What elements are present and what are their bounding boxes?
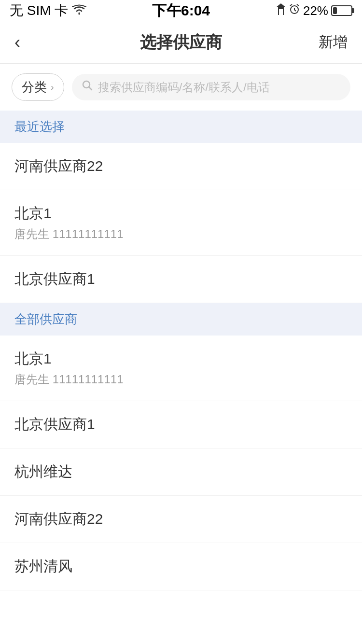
back-button[interactable]: ‹ <box>14 32 43 53</box>
list-item[interactable]: 北京供应商1 <box>0 401 362 448</box>
list-item[interactable]: 河南供应商22 <box>0 496 362 543</box>
all-section-label: 全部供应商 <box>14 312 77 326</box>
status-left: 无 SIM 卡 <box>10 1 86 20</box>
carrier-label: 无 SIM 卡 <box>10 1 68 20</box>
list-item[interactable]: 杭州维达 <box>0 448 362 496</box>
list-item[interactable]: 北京1 唐先生 11111111111 <box>0 190 362 256</box>
battery-icon <box>331 5 352 16</box>
item-name: 北京1 <box>14 204 348 224</box>
item-name: 北京1 <box>14 349 348 369</box>
all-items-list: 北京1 唐先生 11111111111 北京供应商1 杭州维达 河南供应商22 … <box>0 336 362 590</box>
status-time: 下午6:04 <box>152 1 210 21</box>
chevron-right-icon: › <box>51 82 54 93</box>
add-button[interactable]: 新增 <box>319 32 348 52</box>
alarm-icon <box>289 3 300 18</box>
wifi-icon <box>72 3 86 18</box>
list-item[interactable]: 河南供应商22 <box>0 143 362 190</box>
search-icon <box>82 80 93 95</box>
status-right: 22% <box>276 3 352 18</box>
location-icon <box>276 3 286 18</box>
list-item[interactable]: 北京1 唐先生 11111111111 <box>0 336 362 401</box>
battery-percent: 22% <box>303 3 328 18</box>
item-name: 杭州维达 <box>14 462 348 482</box>
recent-items-list: 河南供应商22 北京1 唐先生 11111111111 北京供应商1 <box>0 143 362 303</box>
item-name: 北京供应商1 <box>14 269 348 289</box>
list-item[interactable]: 北京供应商1 <box>0 256 362 303</box>
item-name: 苏州清风 <box>14 557 348 576</box>
search-input[interactable] <box>98 81 341 94</box>
status-bar: 无 SIM 卡 下午6:04 22% <box>0 0 362 21</box>
page-title: 选择供应商 <box>140 31 222 54</box>
item-name: 北京供应商1 <box>14 415 348 434</box>
list-item[interactable]: 苏州清风 <box>0 543 362 590</box>
recent-section-label: 最近选择 <box>14 119 65 134</box>
search-box <box>72 74 350 100</box>
item-name: 河南供应商22 <box>14 156 348 176</box>
item-name: 河南供应商22 <box>14 509 348 529</box>
all-section-header: 全部供应商 <box>0 303 362 336</box>
filter-bar: 分类 › <box>0 64 362 111</box>
category-label: 分类 <box>22 79 47 96</box>
nav-bar: ‹ 选择供应商 新增 <box>0 21 362 64</box>
category-filter[interactable]: 分类 › <box>12 73 64 101</box>
recent-section-header: 最近选择 <box>0 111 362 143</box>
item-detail: 唐先生 11111111111 <box>14 226 348 242</box>
item-detail: 唐先生 11111111111 <box>14 372 348 387</box>
